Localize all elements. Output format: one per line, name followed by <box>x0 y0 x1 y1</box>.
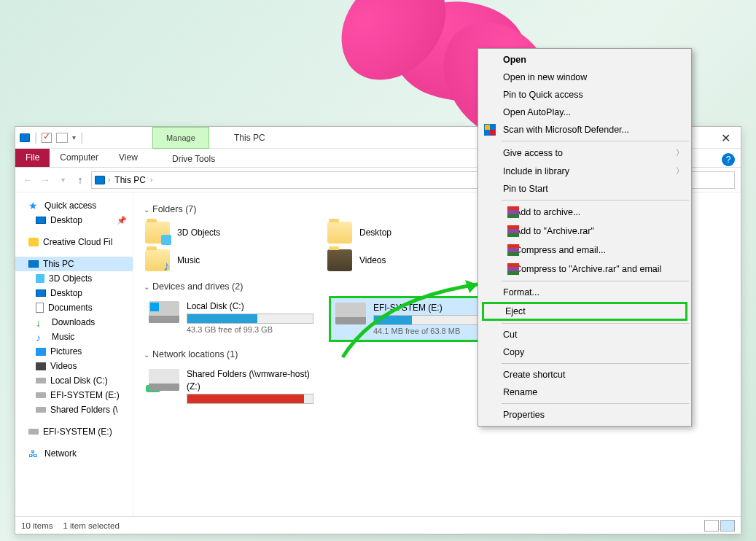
tab-computer[interactable]: Computer <box>50 149 109 167</box>
sidebar-efi-system2[interactable]: EFI-SYSTEM (E:) <box>15 424 133 439</box>
document-icon <box>36 303 44 313</box>
close-button[interactable]: ✕ <box>715 130 736 147</box>
music-icon: ♪ <box>36 332 47 342</box>
tab-drive-tools[interactable]: Drive Tools <box>167 149 342 169</box>
ctx-scan-defender[interactable]: Scan with Microsoft Defender... <box>480 121 690 139</box>
address-box[interactable]: › This PC › v <box>91 171 491 189</box>
manage-contextual-tab[interactable]: Manage <box>152 127 209 149</box>
folder-music[interactable]: Music <box>144 246 326 274</box>
ctx-pin-quick-access[interactable]: Pin to Quick access <box>480 86 690 104</box>
up-button[interactable]: ↑ <box>74 174 87 186</box>
ctx-label: Add to "Archive.rar" <box>515 226 594 236</box>
chevron-down-icon: ⌄ <box>144 351 149 359</box>
drive-shared-folders[interactable]: Shared Folders (\\vmware-host) (Z:) <box>144 364 319 410</box>
sidebar-item-label: Pictures <box>50 346 82 357</box>
desktop-icon <box>36 217 46 224</box>
section-title: Network locations (1) <box>152 349 238 359</box>
pc-icon <box>28 260 39 268</box>
ctx-properties[interactable]: Properties <box>480 406 690 424</box>
pictures-icon <box>36 348 46 356</box>
desktop-icon <box>36 289 46 297</box>
ctx-separator <box>502 403 689 404</box>
folder-icon <box>327 249 352 271</box>
sidebar-local-disk-c[interactable]: Local Disk (C:) <box>15 373 133 388</box>
sidebar-pictures[interactable]: Pictures <box>15 344 133 359</box>
ctx-open[interactable]: Open <box>480 51 690 69</box>
forward-button[interactable]: → <box>39 174 52 186</box>
ctx-rename[interactable]: Rename <box>480 384 690 401</box>
sidebar-3d-objects[interactable]: 3D Objects <box>15 271 133 286</box>
pc-icon <box>95 176 105 184</box>
nav-sidebar: ★Quick access Desktop📌 Creative Cloud Fi… <box>15 192 133 516</box>
folder-icon <box>145 249 170 271</box>
disk-icon <box>28 429 39 435</box>
ctx-label: Add to archive... <box>515 207 580 217</box>
details-view-button[interactable] <box>704 520 719 532</box>
sidebar-creative-cloud[interactable]: Creative Cloud Fil <box>15 235 133 249</box>
chevron-right-icon[interactable]: › <box>150 176 152 184</box>
ctx-open-autoplay[interactable]: Open AutoPlay... <box>480 104 690 121</box>
sidebar-music[interactable]: ♪Music <box>15 330 133 344</box>
ctx-give-access[interactable]: Give access to〉 <box>480 144 690 162</box>
help-icon[interactable]: ? <box>722 153 735 166</box>
folder-label: 3D Objects <box>177 227 220 238</box>
ctx-eject[interactable]: Eject <box>482 302 687 321</box>
tab-view[interactable]: View <box>109 149 148 167</box>
ctx-open-new-window[interactable]: Open in new window <box>480 69 690 86</box>
winrar-icon <box>507 263 519 275</box>
new-folder-qab-icon[interactable] <box>56 133 68 143</box>
drive-free-text: 43.3 GB free of 99.3 GB <box>187 325 313 334</box>
chevron-right-icon: 〉 <box>676 166 684 176</box>
ctx-separator <box>502 363 689 364</box>
ctx-label: Include in library <box>503 166 569 176</box>
ctx-include-library[interactable]: Include in library〉 <box>480 162 690 180</box>
sidebar-item-label: Downloads <box>52 317 95 327</box>
sidebar-network[interactable]: 🖧Network <box>15 446 133 461</box>
sidebar-desktop2[interactable]: Desktop <box>15 286 133 300</box>
sidebar-item-label: EFI-SYSTEM (E:) <box>43 427 112 437</box>
ctx-format[interactable]: Format... <box>480 284 690 301</box>
sidebar-item-label: Network <box>44 448 77 459</box>
sidebar-shared-folders[interactable]: Shared Folders (\ <box>15 402 133 417</box>
drive-local-c[interactable]: Local Disk (C:) 43.3 GB free of 99.3 GB <box>144 296 319 342</box>
sidebar-item-label: Creative Cloud Fil <box>43 237 112 247</box>
status-selected-count: 1 item selected <box>63 521 119 530</box>
sidebar-item-label: Music <box>52 332 74 342</box>
sidebar-item-label: Desktop <box>50 215 82 225</box>
ctx-add-archive-rar[interactable]: Add to "Archive.rar" <box>480 222 690 241</box>
breadcrumb-this-pc[interactable]: This PC <box>113 175 147 185</box>
disk-icon <box>36 392 46 398</box>
tab-file[interactable]: File <box>15 149 50 167</box>
ctx-pin-start[interactable]: Pin to Start <box>480 180 690 198</box>
properties-qab-icon[interactable] <box>42 133 52 143</box>
sidebar-item-label: 3D Objects <box>49 273 92 284</box>
ctx-label: Pin to Start <box>503 184 548 194</box>
sidebar-videos[interactable]: Videos <box>15 359 133 373</box>
ctx-cut[interactable]: Cut <box>480 326 690 343</box>
ctx-label: Open <box>503 55 526 65</box>
ctx-compress-rar-email[interactable]: Compress to "Archive.rar" and email <box>480 260 690 279</box>
ctx-separator <box>502 323 689 324</box>
sidebar-downloads[interactable]: ↓Downloads <box>15 315 133 330</box>
ctx-add-archive[interactable]: Add to archive... <box>480 203 690 222</box>
qab-dropdown-icon[interactable]: ▾ <box>72 133 76 141</box>
sidebar-desktop[interactable]: Desktop📌 <box>15 213 133 227</box>
folder-label: Videos <box>359 255 386 265</box>
ctx-create-shortcut[interactable]: Create shortcut <box>480 366 690 384</box>
sidebar-efi-system[interactable]: EFI-SYSTEM (E:) <box>15 388 133 402</box>
back-button[interactable]: ← <box>21 174 34 186</box>
large-icons-view-button[interactable] <box>720 520 735 532</box>
sidebar-quick-access[interactable]: ★Quick access <box>15 198 133 213</box>
sidebar-documents[interactable]: Documents <box>15 300 133 315</box>
chevron-right-icon[interactable]: › <box>108 176 110 184</box>
ctx-label: Compress to "Archive.rar" and email <box>515 264 661 274</box>
network-drive-icon <box>36 407 46 413</box>
ctx-label: Format... <box>503 287 539 297</box>
folder-3d-objects[interactable]: 3D Objects <box>144 219 326 246</box>
recent-dd-icon[interactable]: ▾ <box>56 176 69 184</box>
quick-access-toolbar: | ▾ | <box>15 131 87 144</box>
ctx-compress-email[interactable]: Compress and email... <box>480 241 690 260</box>
ctx-copy[interactable]: Copy <box>480 343 690 361</box>
sidebar-this-pc[interactable]: This PC <box>15 257 133 271</box>
pc-icon <box>20 133 30 142</box>
